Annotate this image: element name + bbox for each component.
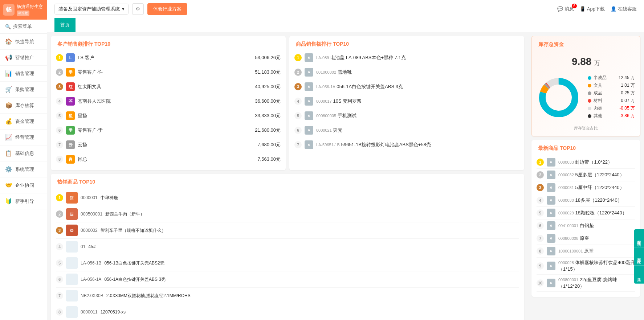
rank-number: 4 [56,243,63,250]
sidebar-item-库存核算[interactable]: 📦库存核算 [0,98,47,114]
product-badge: 6 [547,209,555,217]
settings-button[interactable]: ⚙ [132,3,144,15]
sidebar-item-销售管理[interactable]: 📊销售管理 [0,66,47,82]
legend-item: 其他 -3.86 万 [588,113,635,119]
system-selector[interactable]: 装备及固定资产辅助管理系统 ▾ [54,4,129,15]
product-code: NB2.0X30B [81,293,103,298]
product-image: 🖼 [66,225,78,236]
customer-rank-title: 客户销售额排行TOP10 [56,41,281,48]
sidebar-item-企业协同[interactable]: 🤝企业协同 [0,177,47,193]
rank-number: 6 [537,222,544,229]
new-product-item: 1 6 0000033 封边带（1.0*22） [537,156,635,169]
customer-name: 零售客户·许 [78,69,252,75]
nav-label: 快捷导航 [15,38,34,45]
legend-label: 材料 [594,98,619,104]
rank-number: 8 [56,308,63,316]
customer-rank-item: 6 零 零售客户·于 21,680.00元 [56,124,281,136]
header-right: 💬 消息 6 📱 App下载 👤 在线客服 [557,6,637,12]
app-logo: 畅 畅捷通好生意 标准版 [0,0,47,20]
search-menu[interactable]: 🔍 搜索菜单 [0,20,47,34]
rank-number: 6 [56,276,63,283]
new-product-item: 2 6 0000032 5厘多层（1220*2440） [537,169,635,181]
rank-number: 9 [537,262,544,270]
search-menu-label: 搜索菜单 [13,23,32,30]
product-badge: 6 [547,279,555,287]
sidebar-item-快捷导航[interactable]: 🏠快捷导航 [0,34,47,50]
product-badge: 6 [305,140,313,149]
app-download-label: App下载 [587,6,605,12]
legend-label: 其他 [594,113,617,119]
rank-number: 2 [537,171,544,179]
new-product-item: 7 6 000800008 原奎 [537,232,635,245]
rank-number: 8 [537,247,544,255]
customer-rank-list: 1 L LS 客户 53,006.26元 2 零 零售客户·许 51,183.0… [56,52,281,165]
service-icon: 👤 [611,6,616,12]
rank-number: 5 [56,259,63,267]
product-image [66,257,78,269]
message-button[interactable]: 💬 消息 6 [557,6,574,12]
sidebar-item-营销推广[interactable]: 📢营销推广 [0,50,47,66]
new-product-item: 5 6 0000029 18颗粒板（1220*2440） [537,207,635,220]
product-name: 056-1A白色按键开关盖ABS 3壳 [104,276,166,283]
float-buttons: 客服热线服务社区直播 [634,229,644,284]
nav-icon: 📢 [5,54,12,61]
sidebar-item-基础信息[interactable]: 📋基础信息 [0,145,47,161]
sidebar-item-新手引导[interactable]: 🔰新手引导 [0,193,47,209]
content-area: 客户销售额排行TOP10 1 L LS 客户 53,006.26元 2 零 零售… [47,32,644,320]
rank-number: 4 [537,197,544,204]
legend-value: 12.45 万 [619,75,635,81]
nav-icon: 🏠 [5,38,12,45]
new-product-info: 0000031 5厘中纤（1220*2440） [558,184,635,191]
customer-badge: 苍 [66,97,75,106]
customer-badge: L [66,53,75,62]
new-products-card: 最新商品TOP10 1 6 0000033 封边带（1.0*22） 2 6 00… [531,140,640,297]
new-product-item: 9 6 0000028 体解嘉核味苏打饮品400毫升（1*15） [537,258,635,275]
top-header: 装备及固定资产辅助管理系统 ▾ ⚙ 体验行业方案 💬 消息 6 📱 App下载 … [47,0,644,18]
rank-number: 7 [56,141,63,148]
new-product-item: 3 6 0000031 5厘中纤（1220*2440） [537,181,635,194]
sidebar-item-系统管理[interactable]: ⚙️系统管理 [0,161,47,177]
customer-value: 33,333.00元 [255,112,281,119]
legend-value: 0.25 万 [621,90,635,96]
customer-rank-item: 1 L LS 客户 53,006.26元 [56,52,281,63]
float-button[interactable]: 服务社区 [634,247,644,266]
online-service-button[interactable]: 👤 在线客服 [611,6,637,12]
product-name: 新西兰牛肉（新牛） [105,211,144,217]
hot-products-title: 热销商品TOP10 [56,179,519,185]
product-badge: 6 [547,221,555,230]
new-product-info: 0000028 体解嘉核味苏打饮品400毫升（1*15） [558,259,635,272]
rank-number: 1 [56,194,63,201]
legend-value: 1.01 万 [621,82,635,89]
nav-icon: 📋 [5,150,12,157]
rank-number: 5 [294,112,302,119]
new-product-info: 0000029 18颗粒板（1220*2440） [558,210,635,216]
legend-value: -0.05 万 [619,105,635,111]
product-rank-card: 商品销售额排行TOP10 1 6 LA-089 电池盖 LA-089 ABS本色… [289,36,524,170]
legend-dot [588,76,591,80]
nav-icon: 🛒 [5,86,12,93]
page-tabs: 首页 [47,18,644,32]
rank-number: 5 [56,112,63,119]
sidebar-item-采购管理[interactable]: 🛒采购管理 [0,82,47,98]
new-product-info: 003800001 22g鱼豆腐·烧烤味（1*12*20） [558,276,635,290]
product-info: 001000002 雪地靴 [316,69,519,75]
app-download-button[interactable]: 📱 App下载 [580,6,605,12]
legend-dot [588,99,591,103]
product-info: 0000017 10S 变利罗浆 [316,98,519,104]
customer-rank-item: 4 苍 苍南县人民医院 36,600.00元 [56,95,281,107]
sidebar-item-资金管理[interactable]: 💰资金管理 [0,114,47,130]
sidebar-item-经营管理[interactable]: 📈经营管理 [0,130,47,145]
legend-label: 半成品 [594,75,616,81]
legend-dot [588,107,591,110]
try-button[interactable]: 体验行业方案 [147,3,187,15]
tab-home[interactable]: 首页 [54,18,76,32]
customer-value: 51,183.00元 [255,69,281,75]
customer-name: 苍南县人民医院 [78,98,252,104]
product-rank-title: 商品销售额排行TOP10 [294,41,519,48]
nav-icon: 📦 [5,102,12,109]
float-button[interactable]: 客服热线 [634,229,644,247]
inventory-unit: 万 [594,60,600,66]
float-button[interactable]: 直播 [634,266,644,284]
nav-label: 基础信息 [15,150,34,157]
new-products-list: 1 6 0000033 封边带（1.0*22） 2 6 0000032 5厘多层… [537,156,635,292]
